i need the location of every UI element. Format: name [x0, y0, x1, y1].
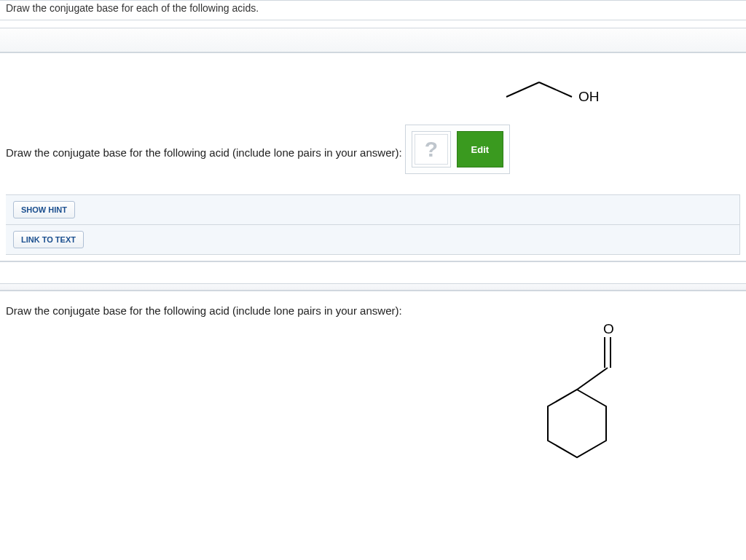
question-2-prompt: Draw the conjugate base for the followin… — [6, 304, 402, 317]
question-1-prompt: Draw the conjugate base for the followin… — [6, 146, 402, 159]
gap-1 — [0, 261, 746, 283]
svg-line-1 — [539, 82, 572, 97]
page-title: Draw the conjugate base for each of the … — [6, 2, 259, 14]
link-to-text-button[interactable]: LINK TO TEXT — [13, 231, 84, 248]
show-hint-button[interactable]: SHOW HINT — [13, 201, 75, 218]
molecule-cyclohexanone-structure: O — [517, 320, 641, 473]
edit-button[interactable]: Edit — [457, 131, 503, 167]
page-header: Draw the conjugate base for each of the … — [0, 0, 746, 20]
svg-marker-5 — [548, 390, 606, 457]
question-2: Draw the conjugate base for the followin… — [0, 291, 746, 480]
answer-input-area: ? Edit — [405, 125, 510, 174]
section-divider-2 — [0, 283, 746, 291]
section-divider — [0, 28, 746, 52]
question-1: Draw the conjugate base for the followin… — [0, 52, 746, 261]
molecule-label-oh: OH — [578, 89, 600, 104]
molecule-label-o: O — [603, 321, 614, 336]
help-button[interactable]: ? — [412, 131, 451, 167]
question-mark-icon: ? — [415, 134, 448, 165]
svg-line-4 — [577, 368, 608, 390]
svg-line-0 — [506, 82, 539, 97]
molecule-ethanol-structure: OH — [503, 75, 627, 119]
hint-panel: SHOW HINT LINK TO TEXT — [6, 194, 740, 255]
